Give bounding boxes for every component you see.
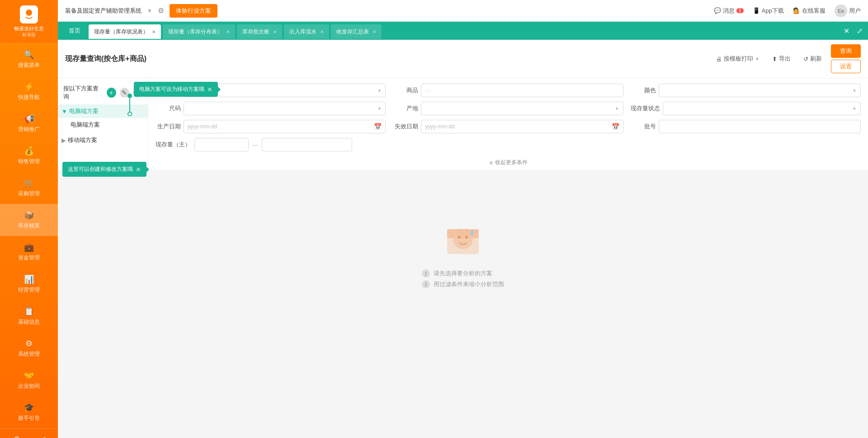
avatar: Ea — [835, 5, 847, 17]
scheme-mobile-label: 移动端方案 — [68, 136, 97, 144]
scheme-desktop-item[interactable]: 电脑端方案 — [67, 118, 148, 132]
size-dropdown-icon: ▼ — [377, 106, 382, 111]
header-dropdown-icon[interactable]: ▼ — [147, 8, 152, 14]
svg-point-7 — [470, 230, 474, 235]
add-scheme-btn[interactable]: + — [107, 88, 116, 98]
sidebar-item-label: 营销推广 — [18, 126, 40, 133]
step-1-circle: 1 — [422, 269, 430, 278]
header-right: 💬 消息 6 📱 App下载 💁 在线客服 Ea 用户 — [714, 5, 861, 17]
prod-date-label: 生产日期 — [156, 122, 181, 131]
operations-icon: 📊 — [24, 274, 34, 284]
message-icon: 💬 — [714, 7, 721, 14]
sidebar-item-enterprise[interactable]: 🤝 企业协同 — [0, 364, 58, 396]
filter-field-exp-date: 失效日期 yyyy-mm-dd 📅 — [393, 120, 623, 133]
tab-close-receive[interactable]: ✕ — [373, 29, 376, 34]
app-download-btn[interactable]: 📱 App下载 — [753, 7, 784, 15]
scheme-tooltip-text: 电脑方案可设为移动方案哦 — [139, 85, 204, 93]
sidebar-item-system[interactable]: ⚙ 系统管理 — [0, 332, 58, 364]
scheme-tooltip-close-1[interactable]: ✕ — [207, 86, 212, 93]
marketing-icon: 📢 — [24, 114, 34, 124]
size-select[interactable]: ▼ — [184, 102, 386, 115]
prod-date-calendar-icon[interactable]: 📅 — [374, 123, 382, 130]
page-title: 现存量查询(按仓库+商品) — [65, 54, 146, 64]
tab-close-all-icon[interactable]: ✕ — [842, 25, 851, 37]
tab-inout[interactable]: 出入库流水 ✕ — [284, 24, 329, 39]
search-btn[interactable]: 查询 — [831, 44, 861, 58]
stock-main-from[interactable] — [194, 138, 249, 151]
tab-close-batch[interactable]: ✕ — [273, 29, 277, 34]
scheme-mobile-header[interactable]: ▶ 移动端方案 — [58, 133, 148, 147]
scheme-tooltip-close-2[interactable]: ✕ — [136, 166, 141, 173]
color-select[interactable]: ▼ — [659, 84, 861, 97]
tab-inventory-dist[interactable]: 现存量（库存分布表） ✕ — [163, 24, 235, 39]
refresh-icon: ↺ — [803, 56, 808, 62]
stock-main-to[interactable] — [262, 138, 352, 151]
sidebar-item-quick[interactable]: ⚡ 快捷导航 — [0, 75, 58, 108]
logo-icon — [20, 5, 38, 24]
prod-date-input[interactable]: yyyy-mm-dd 📅 — [184, 120, 386, 133]
tab-close-inventory-status[interactable]: ✕ — [152, 29, 156, 34]
goods-label: 商品 — [393, 86, 418, 94]
exp-date-input[interactable]: yyyy-mm-dd 📅 — [421, 120, 623, 133]
logo-area: 畅通道好生意 标准版 — [0, 0, 58, 43]
sidebar-item-search[interactable]: 🔍 搜索菜单 — [0, 43, 58, 75]
logo-text: 畅通道好生意 标准版 — [14, 25, 44, 38]
system-name: 装备及固定资产辅助管理系统 — [65, 7, 142, 15]
sidebar-item-inventory[interactable]: 📦 库存核算 — [0, 204, 58, 236]
sidebar-item-label: 经营管理 — [18, 286, 40, 294]
scheme-expand-icon: ▼ — [61, 108, 67, 115]
batch-no-label: 批号 — [631, 122, 656, 131]
online-service-btn[interactable]: 💁 在线客服 — [793, 7, 826, 15]
stock-status-select[interactable]: ▼ — [663, 102, 861, 115]
scheme-mobile-group: ▶ 移动端方案 — [58, 132, 148, 148]
user-label: 用户 — [849, 7, 861, 15]
exp-date-placeholder: yyyy-mm-dd — [425, 123, 454, 130]
sidebar-item-sales[interactable]: 💰 销售管理 — [0, 140, 58, 172]
tab-close-inout[interactable]: ✕ — [320, 29, 324, 34]
scheme-tooltip-text-2: 这里可以创建和修改方案哦 — [68, 165, 133, 173]
export-icon: ⬆ — [772, 56, 777, 62]
edit-icon: ✎ — [122, 89, 127, 96]
stock-status-dropdown-icon: ▼ — [852, 106, 857, 111]
export-label: 导出 — [779, 55, 791, 63]
sidebar-item-finance[interactable]: 💼 资金管理 — [0, 236, 58, 268]
print-btn[interactable]: 🖨 按模板打印 ▼ — [712, 53, 763, 65]
origin-select[interactable]: ▼ — [421, 102, 623, 115]
sidebar-item-label: 基础信息 — [18, 318, 40, 326]
filter-field-color: 颜色 ▼ — [631, 84, 861, 97]
trial-btn[interactable]: 体验行业方案 — [170, 4, 217, 18]
tab-receive[interactable]: 收发存汇总表 ✕ — [331, 24, 382, 39]
settings-bottom-icon[interactable]: ⚙ — [13, 434, 20, 438]
tab-inventory-status[interactable]: 现存量（库存状况表） ✕ — [89, 24, 161, 39]
goods-input[interactable]: ··· — [421, 84, 623, 97]
stock-main-label: 现存量（主） — [156, 141, 191, 149]
sidebar-item-marketing[interactable]: 📢 营销推广 — [0, 108, 58, 140]
page-title-bar: 现存量查询(按仓库+商品) 🖨 按模板打印 ▼ ⬆ 导出 ↺ 刷新 查询 设置 — [58, 40, 868, 78]
tab-fullscreen-icon[interactable]: ⤢ — [855, 25, 864, 37]
collapse-sidebar-icon[interactable]: ◁ — [39, 434, 45, 438]
sidebar-item-basic[interactable]: 📋 基础信息 — [0, 300, 58, 332]
sidebar-item-guide[interactable]: 🎓 新手引导 — [0, 396, 58, 429]
message-btn[interactable]: 💬 消息 6 — [714, 7, 744, 15]
print-icon: 🖨 — [716, 56, 722, 62]
sidebar-item-operations[interactable]: 📊 经营管理 — [0, 268, 58, 300]
sidebar-item-purchase[interactable]: 🛒 采购管理 — [0, 172, 58, 204]
batch-no-input[interactable] — [659, 120, 861, 133]
sidebar-nav: 🔍 搜索菜单 ⚡ 快捷导航 📢 营销推广 💰 销售管理 🛒 采购管理 📦 库存核… — [0, 43, 58, 429]
export-btn[interactable]: ⬆ 导出 — [769, 53, 794, 65]
tab-home[interactable]: 首页 — [61, 22, 88, 40]
tab-batch[interactable]: 库存批次账 ✕ — [237, 24, 282, 39]
setup-btn[interactable]: 设置 — [831, 60, 861, 73]
exp-date-label: 失效日期 — [393, 122, 418, 131]
origin-dropdown-icon: ▼ — [615, 106, 619, 111]
exp-date-calendar-icon[interactable]: 📅 — [612, 123, 619, 130]
color-label: 颜色 — [631, 86, 656, 94]
filter-row-4: 现存量（主） — — [156, 138, 861, 151]
refresh-btn[interactable]: ↺ 刷新 — [800, 53, 826, 65]
header-settings-icon[interactable]: ⚙ — [158, 6, 164, 15]
filter-row-3: 生产日期 yyyy-mm-dd 📅 失效日期 yyyy-mm-dd 📅 — [156, 120, 861, 133]
user-btn[interactable]: Ea 用户 — [835, 5, 861, 17]
tab-close-inventory-dist[interactable]: ✕ — [226, 29, 230, 34]
collapse-bar[interactable]: ∧ 收起更多条件 — [156, 155, 861, 170]
scheme-desktop-header[interactable]: ▼ 电脑端方案 — [58, 104, 148, 118]
